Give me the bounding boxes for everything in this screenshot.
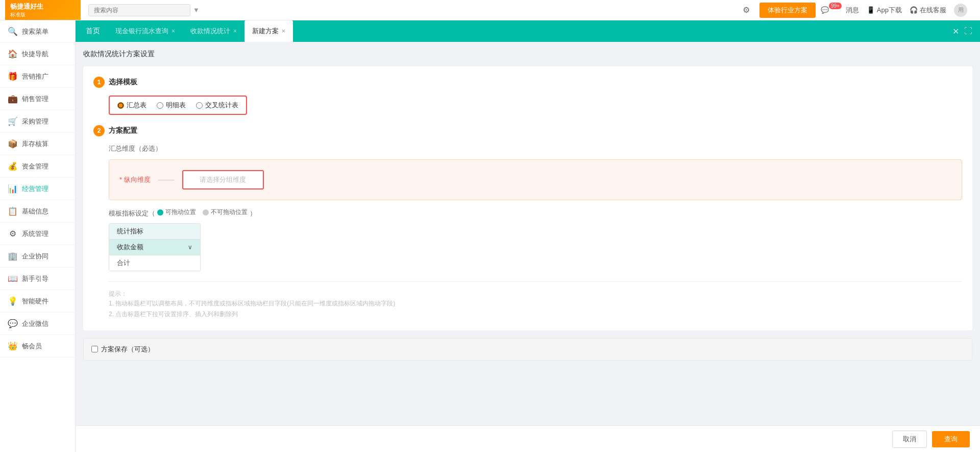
stat-label: 统计指标 bbox=[117, 227, 143, 236]
download-label: App下载 bbox=[877, 6, 902, 15]
col-header-text: 收款金额 bbox=[117, 243, 143, 252]
action-bar: 取消 查询 bbox=[76, 425, 980, 452]
sidebar-item-guide[interactable]: 📖 新手引导 bbox=[0, 268, 75, 290]
hardware-icon: 💡 bbox=[8, 296, 18, 306]
sidebar-item-hardware[interactable]: 💡 智能硬件 bbox=[0, 290, 75, 313]
stats-table: 统计指标 收款金额 ∨ 合计 bbox=[109, 223, 201, 271]
sidebar-item-wechat[interactable]: 💬 企业微信 bbox=[0, 313, 75, 335]
sidebar-item-sales[interactable]: 💼 销售管理 bbox=[0, 88, 75, 110]
sidebar-item-label: 畅会员 bbox=[22, 342, 42, 351]
logo-area: 畅捷通好生 标准版 bbox=[5, 0, 81, 20]
radio-crosstab-input[interactable] bbox=[196, 102, 203, 109]
sidebar-item-label: 基础信息 bbox=[22, 207, 48, 216]
book-icon: 📖 bbox=[8, 274, 18, 283]
tab-bar-right: ✕ ⛶ bbox=[952, 27, 977, 36]
tips-label: 提示： bbox=[109, 290, 127, 297]
avatar[interactable]: 用 bbox=[954, 4, 967, 17]
header-search: ▼ bbox=[81, 4, 738, 16]
radio-detail-input[interactable] bbox=[157, 102, 163, 109]
sidebar-item-finance[interactable]: 💰 资金管理 bbox=[0, 155, 75, 178]
cancel-button[interactable]: 取消 bbox=[892, 431, 927, 448]
chevron-down-icon[interactable]: ▼ bbox=[193, 6, 200, 14]
home-icon: 🏠 bbox=[8, 49, 18, 59]
cart-icon: 🛒 bbox=[8, 116, 18, 126]
tab-home[interactable]: 首页 bbox=[78, 20, 108, 42]
chart-icon: 📊 bbox=[8, 184, 18, 194]
tab-receipt-label: 收款情况统计 bbox=[190, 27, 230, 36]
tip-line1: 1. 拖动标题栏可以调整布局，不可跨维度或指标区域拖动栏目字段(只能在同一维度或… bbox=[109, 298, 962, 310]
dimension-select[interactable]: 请选择分组维度 bbox=[182, 170, 264, 189]
step1-header: 1 选择模板 bbox=[93, 77, 962, 88]
sidebar-item-management[interactable]: 📊 经营管理 bbox=[0, 178, 75, 200]
arrow-icon: —— bbox=[158, 175, 175, 184]
download-icon: 📱 bbox=[867, 6, 875, 14]
tab-close-new-plan[interactable]: × bbox=[282, 28, 285, 35]
tab-close-btn[interactable]: ✕ bbox=[952, 27, 959, 36]
gift-icon: 🎁 bbox=[8, 72, 18, 81]
step1-title: 选择模板 bbox=[109, 78, 137, 87]
query-button[interactable]: 查询 bbox=[932, 431, 970, 447]
crown-icon: 👑 bbox=[8, 341, 18, 351]
service-btn[interactable]: 🎧 在线客服 bbox=[910, 6, 946, 15]
message-badge: 99+ bbox=[829, 3, 842, 9]
radio-summary[interactable]: 汇总表 bbox=[117, 101, 146, 110]
sidebar-item-enterprise[interactable]: 🏢 企业协同 bbox=[0, 245, 75, 268]
message-icon: 💬 bbox=[821, 6, 829, 14]
sidebar-item-label: 资金管理 bbox=[22, 162, 48, 171]
stats-col-header[interactable]: 收款金额 ∨ bbox=[109, 240, 200, 255]
sidebar-item-label: 营销推广 bbox=[22, 72, 48, 81]
tab-new-plan-label: 新建方案 bbox=[252, 27, 279, 36]
footer-save-area: 方案保存（可选） bbox=[83, 338, 972, 361]
row-label-total: 合计 bbox=[117, 259, 130, 267]
draggable-indicator: 可拖动位置 bbox=[157, 208, 196, 217]
sidebar-item-marketing[interactable]: 🎁 营销推广 bbox=[0, 65, 75, 88]
download-btn[interactable]: 📱 App下载 bbox=[867, 6, 902, 15]
draggable-dot bbox=[157, 209, 163, 216]
save-checkbox-label[interactable]: 方案保存（可选） bbox=[91, 345, 964, 354]
vertical-dim-label: * 纵向维度 bbox=[119, 175, 151, 184]
settings-card: 1 选择模板 汇总表 明细表 交叉统计表 2 bbox=[83, 66, 972, 330]
sidebar-item-label: 搜索菜单 bbox=[22, 27, 48, 36]
radio-crosstab[interactable]: 交叉统计表 bbox=[196, 101, 238, 110]
sidebar-item-label: 企业微信 bbox=[22, 319, 48, 328]
tab-home-label: 首页 bbox=[86, 27, 100, 36]
tab-close-bank[interactable]: × bbox=[172, 28, 175, 35]
tab-close-receipt[interactable]: × bbox=[233, 28, 237, 35]
tab-bank-query[interactable]: 现金银行流水查询 × bbox=[108, 20, 183, 42]
tab-new-plan[interactable]: 新建方案 × bbox=[244, 20, 293, 42]
step2-header: 2 方案配置 bbox=[93, 125, 962, 136]
industry-btn[interactable]: 体验行业方案 bbox=[760, 3, 816, 18]
sidebar-item-member[interactable]: 👑 畅会员 bbox=[0, 335, 75, 358]
step1-number: 1 bbox=[93, 77, 105, 88]
tab-receipt-stats[interactable]: 收款情况统计 × bbox=[183, 20, 244, 42]
sidebar-item-inventory[interactable]: 📦 库存核算 bbox=[0, 133, 75, 155]
gear-sidebar-icon: ⚙ bbox=[8, 229, 18, 239]
user-name-text: 用 bbox=[958, 6, 964, 14]
sidebar-item-system[interactable]: ⚙ 系统管理 bbox=[0, 223, 75, 245]
dimension-section-title: 汇总维度（必选） bbox=[109, 144, 962, 153]
message-label: 消息 bbox=[846, 6, 859, 15]
gear-icon[interactable]: ⚙ bbox=[738, 2, 754, 18]
sidebar: 🔍 搜索菜单 🏠 快捷导航 🎁 营销推广 💼 销售管理 🛒 采购管理 📦 库存核… bbox=[0, 20, 76, 452]
search-input[interactable] bbox=[88, 4, 190, 16]
non-draggable-text: 不可拖动位置 bbox=[211, 208, 248, 217]
radio-summary-label: 汇总表 bbox=[127, 101, 146, 110]
message-btn[interactable]: 💬 99+ 消息 bbox=[821, 6, 859, 15]
step2-number: 2 bbox=[93, 125, 105, 136]
box-icon: 📦 bbox=[8, 139, 18, 149]
radio-detail[interactable]: 明细表 bbox=[157, 101, 186, 110]
sidebar-item-basic[interactable]: 📋 基础信息 bbox=[0, 200, 75, 223]
building-icon: 🏢 bbox=[8, 251, 18, 261]
sidebar-item-search[interactable]: 🔍 搜索菜单 bbox=[0, 20, 75, 43]
metrics-title-close: ） bbox=[250, 209, 256, 217]
sidebar-item-label: 企业协同 bbox=[22, 252, 48, 261]
metrics-title: 模板指标设定（ bbox=[109, 209, 155, 217]
save-checkbox[interactable] bbox=[91, 346, 98, 352]
stats-table-header: 统计指标 bbox=[109, 224, 200, 240]
sidebar-item-home[interactable]: 🏠 快捷导航 bbox=[0, 43, 75, 65]
sidebar-item-label: 采购管理 bbox=[22, 117, 48, 126]
tips-area: 提示： 1. 拖动标题栏可以调整布局，不可跨维度或指标区域拖动栏目字段(只能在同… bbox=[109, 281, 962, 320]
radio-summary-input[interactable] bbox=[117, 102, 124, 109]
tab-expand-btn[interactable]: ⛶ bbox=[964, 27, 972, 36]
sidebar-item-purchase[interactable]: 🛒 采购管理 bbox=[0, 110, 75, 133]
